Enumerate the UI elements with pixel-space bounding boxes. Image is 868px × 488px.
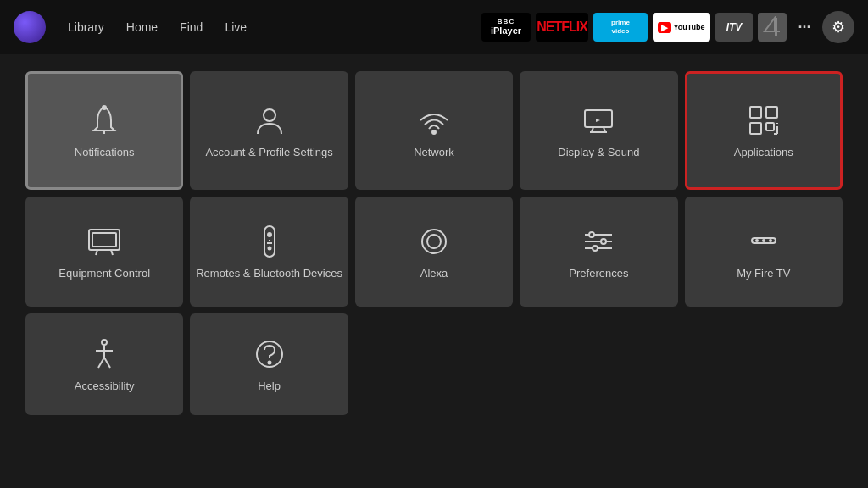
tile-display-sound[interactable]: Display & Sound [520, 71, 677, 190]
wifi-icon [415, 102, 453, 139]
svg-point-34 [589, 232, 594, 237]
tile-display-sound-label: Display & Sound [553, 146, 644, 160]
nav-find[interactable]: Find [171, 17, 211, 37]
avatar[interactable] [14, 11, 46, 43]
tile-account[interactable]: Account & Profile Settings [190, 71, 348, 190]
svg-point-35 [601, 239, 606, 244]
svg-point-41 [102, 340, 107, 345]
svg-rect-23 [92, 233, 116, 247]
svg-point-47 [268, 361, 270, 363]
tile-preferences-label: Preferences [564, 267, 633, 281]
svg-rect-14 [750, 123, 761, 134]
tile-preferences[interactable]: Preferences [520, 197, 677, 307]
app-netflix[interactable]: NETFLIX [536, 13, 588, 42]
app-prime-video[interactable]: prime video [593, 13, 648, 42]
svg-rect-1 [775, 18, 777, 36]
top-nav: Library Home Find Live BBC iPlayer NETFL… [0, 0, 868, 54]
svg-point-28 [268, 247, 270, 249]
tile-equipment-label: Equipment Control [53, 267, 155, 281]
nav-library[interactable]: Library [59, 17, 113, 37]
grid-row-3: Accessibility Help [25, 313, 843, 415]
nav-live[interactable]: Live [216, 17, 255, 37]
tile-applications-label: Applications [729, 146, 798, 160]
empty-slot-5 [685, 313, 843, 415]
settings-grid: Notifications Account & Profile Settings… [0, 54, 868, 432]
tile-help-label: Help [253, 380, 286, 394]
nav-links: Library Home Find Live [59, 17, 255, 37]
tile-alexa[interactable]: Alexa [355, 197, 513, 307]
app-more-button[interactable]: ··· [792, 13, 817, 42]
app-icons-bar: BBC iPlayer NETFLIX prime video ▶ YouTub… [481, 11, 854, 43]
tile-accessibility-label: Accessibility [70, 380, 140, 394]
svg-rect-8 [585, 110, 612, 127]
tile-remotes-label: Remotes & Bluetooth Devices [191, 267, 348, 281]
app-itv[interactable]: ITV [715, 13, 753, 42]
apps-icon [745, 102, 782, 139]
app-youtube[interactable]: ▶ YouTube [653, 13, 710, 42]
tile-accessibility[interactable]: Accessibility [25, 313, 183, 415]
sliders-icon [580, 223, 617, 260]
svg-point-29 [422, 230, 446, 253]
question-icon [251, 336, 288, 373]
svg-line-45 [104, 358, 110, 368]
alexa-icon [415, 223, 453, 260]
svg-point-6 [264, 109, 275, 121]
remote-icon [251, 223, 288, 260]
svg-rect-12 [750, 107, 761, 118]
grid-row-2: Equipment Control Remotes & Bluetooth De… [25, 197, 843, 307]
tv-icon [86, 223, 123, 260]
grid-row-1: Notifications Account & Profile Settings… [25, 71, 843, 190]
tile-help[interactable]: Help [190, 313, 348, 415]
firetv-icon [745, 223, 782, 260]
tile-equipment-control[interactable]: Equipment Control [25, 197, 183, 307]
nav-home[interactable]: Home [118, 17, 166, 37]
tile-alexa-label: Alexa [415, 267, 453, 281]
tile-applications[interactable]: Applications [685, 71, 843, 190]
svg-rect-13 [766, 107, 777, 118]
empty-slot-4 [520, 313, 677, 415]
app-channel4[interactable] [758, 13, 787, 42]
app-bbc-iplayer[interactable]: BBC iPlayer [481, 13, 531, 42]
svg-point-30 [427, 235, 441, 248]
settings-icon: ⚙ [832, 18, 845, 36]
tile-my-fire-tv-label: My Fire TV [732, 267, 795, 281]
tile-network-label: Network [409, 146, 459, 160]
display-icon [580, 102, 617, 139]
svg-point-25 [268, 233, 271, 236]
svg-marker-0 [765, 18, 775, 31]
tile-account-label: Account & Profile Settings [200, 146, 337, 160]
svg-point-36 [593, 246, 598, 251]
svg-line-44 [98, 358, 104, 368]
tile-notifications[interactable]: Notifications [25, 71, 183, 190]
accessibility-icon [86, 336, 123, 373]
svg-rect-15 [766, 123, 774, 130]
svg-point-7 [432, 130, 436, 134]
bell-icon [86, 102, 123, 139]
svg-point-5 [103, 106, 106, 109]
tile-notifications-label: Notifications [70, 146, 140, 160]
tile-network[interactable]: Network [355, 71, 513, 190]
tile-my-fire-tv[interactable]: My Fire TV [685, 197, 843, 307]
settings-button[interactable]: ⚙ [822, 11, 854, 43]
empty-slot-3 [355, 313, 513, 415]
tile-remotes[interactable]: Remotes & Bluetooth Devices [190, 197, 348, 307]
person-icon [251, 102, 288, 139]
